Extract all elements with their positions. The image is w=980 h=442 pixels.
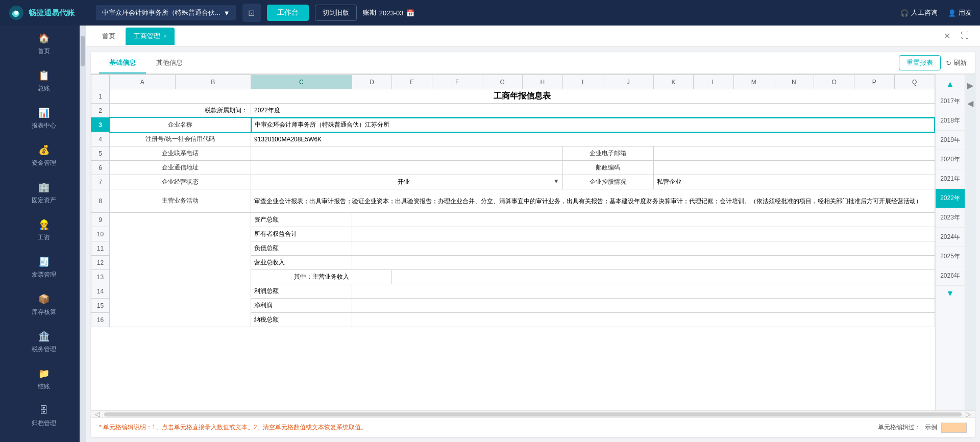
cell-6-right-value[interactable] <box>653 161 935 175</box>
cell-12-label: 营业总收入 <box>251 256 352 270</box>
cell-5-right-value[interactable] <box>653 146 935 161</box>
collapse-right-button[interactable]: ▶ <box>965 79 975 92</box>
row-num-9: 9 <box>91 213 110 227</box>
cell-14-value[interactable] <box>352 284 935 299</box>
cell-3-value[interactable]: 中审众环会计师事务所（特殊普通合伙）江苏分所 <box>251 118 935 132</box>
main-panel: 基础信息 其他信息 重置报表 ↻ 刷新 <box>91 52 975 437</box>
sidebar-item-tax[interactable]: 🏦 税务管理 <box>0 324 86 361</box>
col-header-J[interactable]: J <box>603 75 653 89</box>
cell-11-value[interactable] <box>352 241 935 256</box>
bottom-hint: * 单元格编辑说明：1、点击单元格直接录入数值或文本。2、清空单元格数值或文本恢… <box>99 423 367 432</box>
sidebar-item-settings[interactable]: ⚙ 设置 <box>0 435 86 442</box>
cell-8-value[interactable]: 审查企业会计报表；出具审计报告；验证企业资本；出具验资报告；办理企业合并、分立、… <box>251 189 935 213</box>
cell-7-right-value[interactable]: 私营企业 <box>653 175 935 189</box>
tax-icon: 🏦 <box>38 331 50 342</box>
sidebar-item-ledger[interactable]: 📋 总账 <box>0 63 86 100</box>
year-item-2019[interactable]: 2019年 <box>936 131 965 150</box>
sample-label: 示例 <box>925 423 937 432</box>
year-item-2017[interactable]: 2017年 <box>936 92 965 111</box>
cell-13-label: 其中：主营业务收入 <box>251 270 392 284</box>
col-header-L[interactable]: L <box>694 75 734 89</box>
sidebar-item-invoice[interactable]: 🧾 发票管理 <box>0 249 86 286</box>
sidebar-item-home[interactable]: 🏠 首页 <box>0 26 86 63</box>
cell-16-value[interactable] <box>352 313 935 327</box>
col-header-G[interactable]: G <box>482 75 523 89</box>
row-num-11: 11 <box>91 241 110 256</box>
col-header-F[interactable]: F <box>432 75 482 89</box>
row-num-12: 12 <box>91 256 110 270</box>
cell-2-value[interactable]: 2022年度 <box>251 104 935 118</box>
col-header-H[interactable]: H <box>523 75 563 89</box>
cell-10-value[interactable] <box>352 227 935 241</box>
year-item-2022[interactable]: 2022年 <box>936 189 965 208</box>
tab-business-mgmt[interactable]: 工商管理 × <box>126 28 175 45</box>
company-selector[interactable]: 中审众环会计师事务所（特殊普通合伙... ▼ <box>96 5 236 20</box>
year-item-2020[interactable]: 2020年 <box>936 150 965 169</box>
year-item-2024[interactable]: 2024年 <box>936 228 965 247</box>
sidebar-item-archive[interactable]: 🗄 归档管理 <box>0 398 86 435</box>
year-nav-down[interactable]: ▼ <box>936 286 965 301</box>
cell-13-value[interactable] <box>392 270 935 284</box>
sidebar-item-reports[interactable]: 📊 报表中心 <box>0 100 86 137</box>
col-header-A[interactable]: A <box>110 75 176 89</box>
sidebar-item-assets[interactable]: 🏢 固定资产 <box>0 175 86 212</box>
support-button[interactable]: 🎧 人工咨询 <box>900 8 938 17</box>
cell-5-right-label: 企业电子邮箱 <box>562 146 653 161</box>
sidebar-item-funds[interactable]: 💰 资金管理 <box>0 137 86 175</box>
cell-4-value[interactable]: 91320100MA208E5W6K <box>251 132 935 146</box>
scroll-right-arrow[interactable]: ▷ <box>964 410 973 418</box>
spreadsheet-main[interactable]: A B C D E F G H I J <box>91 75 935 410</box>
inner-content: 基础信息 其他信息 重置报表 ↻ 刷新 <box>91 52 975 437</box>
cell-12-value[interactable] <box>352 256 935 270</box>
year-item-2025[interactable]: 2025年 <box>936 247 965 266</box>
col-header-C[interactable]: C <box>251 75 352 89</box>
expand-right-button[interactable]: ◀ <box>965 96 975 110</box>
col-header-N[interactable]: N <box>774 75 814 89</box>
cell-8-label: 主营业务活动 <box>110 189 251 213</box>
tab-close-button[interactable]: × <box>163 33 166 39</box>
col-header-K[interactable]: K <box>653 75 694 89</box>
row-num-8: 8 <box>91 189 110 213</box>
copy-icon[interactable]: ⊡ <box>242 4 261 22</box>
year-item-2021[interactable]: 2021年 <box>936 169 965 189</box>
window-maximize-button[interactable]: ⛶ <box>958 29 972 43</box>
cell-6-value[interactable] <box>251 161 563 175</box>
table-row: 4 注册号/统一社会信用代码 91320100MA208E5W6K <box>91 132 935 146</box>
horizontal-scrollbar[interactable]: ◁ ▷ <box>91 410 975 418</box>
user-area[interactable]: 👤 用友 <box>948 8 972 17</box>
col-header-E[interactable]: E <box>392 75 432 89</box>
tab-basic-info[interactable]: 基础信息 <box>99 53 146 73</box>
reset-report-button[interactable]: 重置报表 <box>899 55 941 70</box>
window-close-button[interactable]: ✕ <box>941 29 953 43</box>
col-header-Q[interactable]: Q <box>894 75 935 89</box>
sidebar-item-closing[interactable]: 📁 结账 <box>0 361 86 398</box>
cell-6-right-label: 邮政编码 <box>562 161 653 175</box>
cell-7-value[interactable]: 开业 ▼ <box>251 175 563 189</box>
tab-home[interactable]: 首页 <box>94 28 124 45</box>
col-header-M[interactable]: M <box>733 75 774 89</box>
year-nav-up[interactable]: ▲ <box>936 77 965 92</box>
refresh-button[interactable]: ↻ 刷新 <box>946 58 967 67</box>
cell-5-value[interactable] <box>251 146 563 161</box>
old-version-button[interactable]: 切到旧版 <box>315 5 357 21</box>
cell-1-title[interactable]: 工商年报信息表 <box>110 89 935 104</box>
cell-15-value[interactable] <box>352 299 935 313</box>
year-item-2018[interactable]: 2018年 <box>936 111 965 131</box>
sidebar-item-inventory[interactable]: 📦 库存核算 <box>0 286 86 324</box>
tab-other-info[interactable]: 其他信息 <box>146 53 193 73</box>
col-header-B[interactable]: B <box>175 75 251 89</box>
col-header-I[interactable]: I <box>562 75 603 89</box>
year-item-2026[interactable]: 2026年 <box>936 266 965 286</box>
col-header-D[interactable]: D <box>352 75 392 89</box>
col-header-O[interactable]: O <box>814 75 854 89</box>
scroll-left-arrow[interactable]: ◁ <box>93 410 102 418</box>
year-item-2023[interactable]: 2023年 <box>936 208 965 228</box>
archive-icon: 🗄 <box>39 405 48 416</box>
cell-9-value[interactable] <box>352 213 935 227</box>
horizontal-scroll-thumb[interactable] <box>104 412 962 416</box>
sidebar-item-salary[interactable]: 👷 工资 <box>0 212 86 249</box>
calendar-icon[interactable]: 📅 <box>406 9 414 17</box>
col-header-P[interactable]: P <box>854 75 895 89</box>
cell-3-label: 企业名称 <box>110 118 251 132</box>
workbench-button[interactable]: 工作台 <box>267 5 309 21</box>
